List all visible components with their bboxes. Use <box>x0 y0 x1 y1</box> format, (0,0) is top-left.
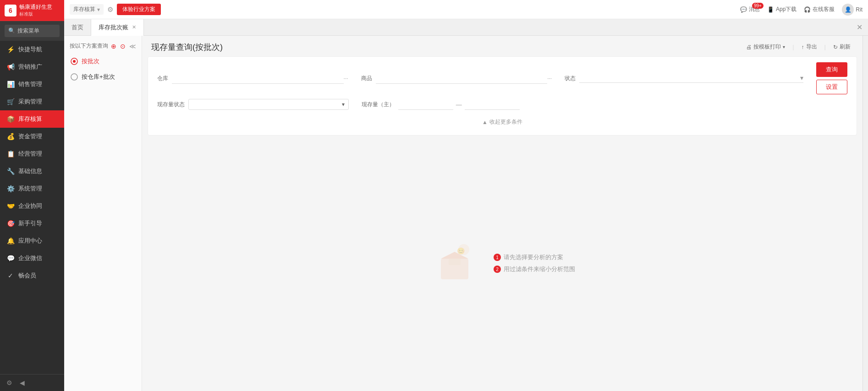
search-icon: 🔍 <box>8 27 15 34</box>
topbar-left: 库存核算 ▾ ⚙ 体验行业方案 <box>70 4 161 15</box>
collapse-icon: ▲ <box>482 119 488 125</box>
filter-item-by-warehouse-batch[interactable]: 按仓库+批次 <box>64 69 142 85</box>
status-dropdown-icon[interactable]: ▾ <box>800 74 803 81</box>
svg-text:😊: 😊 <box>457 247 465 255</box>
product-input[interactable] <box>376 73 548 84</box>
empty-tips: 1 请先选择要分析的方案 2 用过滤条件来缩小分析范围 <box>494 253 575 277</box>
svg-rect-5 <box>449 259 461 265</box>
warehouse-label: 仓库 <box>157 75 168 82</box>
message-badge: 99+ <box>752 3 764 9</box>
panel-close-button[interactable]: ✕ <box>851 23 868 32</box>
sidebar-item-marketing[interactable]: 📢 营销推广 <box>0 58 64 76</box>
trial-button[interactable]: 体验行业方案 <box>117 4 161 15</box>
member-icon: ✓ <box>6 272 15 280</box>
purchase-icon: 🛒 <box>6 98 15 106</box>
sidebar-item-wechat[interactable]: 💬 企业微信 <box>0 250 64 267</box>
settings-filter-icon[interactable]: ⊙ <box>120 43 126 50</box>
empty-illustration: 😊 <box>429 236 480 295</box>
stock-status-select-arrow: ▾ <box>342 101 345 108</box>
collapse-conditions-button[interactable]: ▲ 收起更多条件 <box>157 114 847 130</box>
sidebar-item-member[interactable]: ✓ 畅会员 <box>0 267 64 284</box>
warehouse-more[interactable]: ··· <box>344 75 348 81</box>
quick-nav-icon: ⚡ <box>6 45 15 54</box>
sidebar-footer: ⚙ ◀ <box>0 374 64 391</box>
topbar: 库存核算 ▾ ⚙ 体验行业方案 💬 消息 99+ 📱 App下载 🎧 在线客服 <box>64 0 868 19</box>
filter-header-icons: ⊕ ⊙ ≪ <box>111 43 136 50</box>
refresh-button[interactable]: ↻ 刷新 <box>830 41 853 53</box>
product-more[interactable]: ··· <box>547 75 552 81</box>
tab-home[interactable]: 首页 <box>64 19 91 36</box>
wechat-icon: 💬 <box>6 254 15 262</box>
sidebar-item-enterprise[interactable]: 🤝 企业协同 <box>0 197 64 215</box>
tab-batch-account[interactable]: 库存批次账 ✕ <box>91 19 144 36</box>
sidebar-item-quick-nav[interactable]: ⚡ 快捷导航 <box>0 41 64 58</box>
sidebar-item-newbie[interactable]: 🎯 新手引导 <box>0 215 64 232</box>
newbie-icon: 🎯 <box>6 219 15 228</box>
svg-point-1 <box>73 60 76 63</box>
topbar-settings-icon[interactable]: ⚙ <box>107 5 113 14</box>
action-divider-1: | <box>792 43 794 50</box>
system-icon: ⚙️ <box>6 185 15 193</box>
print-dropdown-icon: ▾ <box>783 44 785 49</box>
stock-status-select[interactable]: ▾ <box>188 99 349 110</box>
tab-close-icon[interactable]: ✕ <box>132 24 136 30</box>
service-icon: 🎧 <box>804 6 811 13</box>
main-area: 库存核算 ▾ ⚙ 体验行业方案 💬 消息 99+ 📱 App下载 🎧 在线客服 <box>64 0 868 391</box>
user-profile-button[interactable]: 👤 Rit <box>842 4 863 16</box>
stock-qty-max-input[interactable] <box>465 99 520 110</box>
query-area: 现存量查询(按批次) 🖨 按模板打印 ▾ | ↑ 导出 | ↻ <box>142 36 863 391</box>
set-button[interactable]: 设置 <box>816 80 847 94</box>
sidebar-item-purchase[interactable]: 🛒 采购管理 <box>0 93 64 110</box>
app-download-button[interactable]: 📱 App下载 <box>767 5 797 13</box>
empty-tip-1: 1 请先选择要分析的方案 <box>494 253 575 261</box>
warehouse-input[interactable] <box>172 73 344 84</box>
inventory-icon: 📦 <box>6 115 15 123</box>
filter-title: 按以下方案查询 <box>70 42 108 50</box>
footer-settings-button[interactable]: ⚙ <box>6 379 12 386</box>
add-filter-icon[interactable]: ⊕ <box>111 43 116 50</box>
print-button[interactable]: 🖨 按模板打印 ▾ <box>743 41 788 53</box>
sidebar-item-appstore[interactable]: 🔔 应用中心 <box>0 232 64 250</box>
sidebar-item-inventory[interactable]: 📦 库存核算 <box>0 110 64 128</box>
sidebar-item-sales[interactable]: 📊 销售管理 <box>0 76 64 93</box>
appstore-icon: 🔔 <box>6 237 15 245</box>
refresh-icon: ↻ <box>833 44 838 50</box>
stock-status-field: 现存量状态 ▾ <box>157 99 349 110</box>
sidebar-item-operations[interactable]: 📋 经营管理 <box>0 145 64 163</box>
empty-state: 😊 1 请先选择要分析的方案 2 用过滤条件来缩小分析范围 <box>142 139 863 391</box>
breadcrumb-chevron-icon: ▾ <box>97 6 100 13</box>
avatar-placeholder-icon: 👤 <box>845 6 852 13</box>
action-divider-2: | <box>824 43 826 50</box>
export-button[interactable]: ↑ 导出 <box>799 41 820 53</box>
sidebar-item-finance[interactable]: 💰 资金管理 <box>0 128 64 145</box>
warehouse-batch-filter-icon <box>71 73 78 81</box>
messages-button[interactable]: 💬 消息 99+ <box>740 5 760 13</box>
sidebar-header: 6 畅康通好生意 标准版 <box>0 0 64 21</box>
stock-qty-field: 现存量（主） — <box>362 99 553 110</box>
page-title: 现存量查询(按批次) <box>151 42 223 53</box>
search-menu-button[interactable]: 🔍 搜索菜单 <box>5 25 60 37</box>
export-icon: ↑ <box>802 44 804 50</box>
finance-icon: 💰 <box>6 132 15 141</box>
stock-qty-min-input[interactable] <box>398 99 453 110</box>
tip-num-2: 2 <box>494 266 501 273</box>
collapse-filter-icon[interactable]: ≪ <box>129 43 136 50</box>
topbar-right: 💬 消息 99+ 📱 App下载 🎧 在线客服 👤 Rit <box>740 4 863 16</box>
tab-bar: 首页 库存批次账 ✕ ✕ <box>64 19 868 36</box>
footer-collapse-button[interactable]: ◀ <box>20 379 25 386</box>
filter-item-by-batch[interactable]: 按批次 <box>64 54 142 69</box>
download-icon: 📱 <box>767 6 774 13</box>
message-icon: 💬 <box>740 6 747 13</box>
query-button[interactable]: 查询 <box>816 62 847 77</box>
header-actions: 🖨 按模板打印 ▾ | ↑ 导出 | ↻ 刷新 <box>743 41 853 53</box>
right-sidebar-handle[interactable] <box>863 36 868 391</box>
sidebar-item-system[interactable]: ⚙️ 系统管理 <box>0 180 64 197</box>
filter-header: 按以下方案查询 ⊕ ⊙ ≪ <box>64 40 142 54</box>
sidebar-item-basic[interactable]: 🔧 基础信息 <box>0 163 64 180</box>
online-service-button[interactable]: 🎧 在线客服 <box>804 5 835 13</box>
sidebar-nav: ⚡ 快捷导航 📢 营销推广 📊 销售管理 🛒 采购管理 📦 库存核算 💰 资金管… <box>0 41 64 374</box>
breadcrumb: 库存核算 ▾ <box>70 4 104 15</box>
sales-icon: 📊 <box>6 80 15 88</box>
batch-filter-icon <box>71 58 78 65</box>
operations-icon: 📋 <box>6 150 15 158</box>
